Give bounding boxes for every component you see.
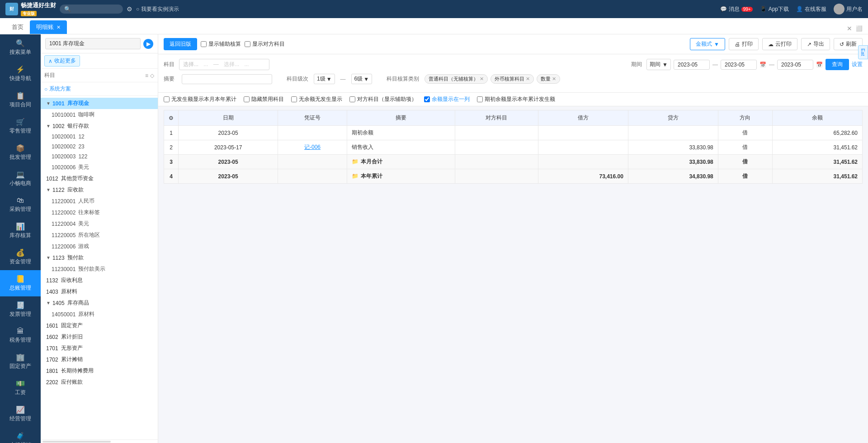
tree-item-11230001[interactable]: 11230001 预付款美示 — [41, 263, 158, 275]
tree-item-1132[interactable]: 1132 应收利息 — [41, 275, 158, 286]
cb-year-start-btn[interactable]: 期初余额显示本年累计发生额 — [477, 95, 555, 103]
tree-action-1[interactable]: ≡ — [145, 72, 148, 79]
gear-icon[interactable]: ⚙ — [127, 5, 132, 13]
nav-arrow-btn[interactable]: ▶ — [143, 39, 153, 49]
calendar-icon[interactable]: 📅 — [760, 62, 766, 68]
sidebar-item-ecommerce[interactable]: 💻 小畅电商 — [0, 166, 41, 192]
sidebar-item-ledger[interactable]: 📒 总账管理 — [0, 270, 41, 296]
tree-item-1601[interactable]: 1601 固定资产 — [41, 320, 158, 331]
tree-item-11220005[interactable]: 11220005 所在地区 — [41, 229, 158, 241]
cb-no-balance-input[interactable] — [291, 96, 297, 102]
window-maximize-btn[interactable]: ⬜ — [856, 25, 863, 32]
window-close-btn[interactable]: ✕ — [847, 25, 852, 32]
tree-item-14050001[interactable]: 14050001 原材料 — [41, 309, 158, 320]
level-to-select[interactable]: 6级 ▼ — [351, 74, 373, 84]
sidebar-item-finance[interactable]: 💰 资金管理 — [0, 244, 41, 270]
cb-balance-in-one-btn[interactable]: 余额显示在一列 — [424, 95, 470, 103]
tree-item-10020006[interactable]: 10020006 美元 — [41, 162, 158, 173]
tree-item-10020001[interactable]: 10020001 12 — [41, 132, 158, 142]
export-btn[interactable]: ↗ 导出 — [801, 38, 830, 50]
filter-tag-2-remove[interactable]: ✕ — [552, 76, 556, 82]
tree-item-1001[interactable]: ▼ 1001 库存现金 — [41, 98, 158, 109]
summary-filter-input[interactable] — [182, 74, 272, 84]
show-counterpart-input[interactable] — [245, 41, 250, 47]
left-panel-scrollbar[interactable] — [41, 439, 158, 443]
sidebar-item-retail[interactable]: 🛒 零售管理 — [0, 113, 41, 139]
message-btn[interactable]: 💬 消息 99+ — [720, 5, 753, 13]
sidebar-item-project[interactable]: 📋 项目合同 — [0, 87, 41, 113]
setting-btn[interactable]: 设置 — [852, 61, 863, 68]
search-input-wrapper[interactable]: 🔍 — [60, 5, 123, 14]
tree-item-1002[interactable]: ▼ 1002 银行存款 — [41, 120, 158, 132]
sidebar-item-invoice[interactable]: 🧾 发票管理 — [0, 296, 41, 323]
sidebar-item-salary[interactable]: 💵 工资 — [0, 375, 41, 401]
filter-tag-0-remove[interactable]: ✕ — [480, 76, 484, 82]
tree-item-10020002[interactable]: 10020002 23 — [41, 142, 158, 152]
period-to-input-2[interactable]: 2023-05 — [777, 60, 813, 70]
search-input[interactable] — [71, 6, 116, 12]
tree-item-11220006[interactable]: 11220006 游戏 — [41, 241, 158, 252]
tree-item-1405[interactable]: ▼ 1405 库存商品 — [41, 297, 158, 309]
cb-year-start-input[interactable] — [477, 96, 483, 102]
show-counterpart-check[interactable]: 显示对方科目 — [245, 40, 285, 48]
level-from-select[interactable]: 1级 ▼ — [314, 74, 335, 84]
return-old-version-btn[interactable]: 返回旧版 — [164, 38, 197, 50]
cb-hide-disabled-input[interactable] — [244, 96, 250, 102]
tree-item-1403[interactable]: 1403 原材料 — [41, 286, 158, 297]
row2-voucher[interactable]: 记-006 — [278, 140, 347, 155]
account-selector[interactable]: 1001 库存现金 — [45, 38, 141, 49]
cb-counterpart-btn[interactable]: 对方科目（显示辅助项） — [349, 95, 417, 103]
sidebar-item-quick[interactable]: ⚡ 快捷导航 — [0, 61, 41, 87]
amount-format-btn[interactable]: 金额式 ▼ — [690, 38, 725, 50]
filter-tag-1-remove[interactable]: ✕ — [526, 76, 530, 82]
tab-home[interactable]: 首页 — [5, 20, 30, 34]
sidebar-item-purchase[interactable]: 🛍 采购管理 — [0, 192, 41, 218]
online-service-btn[interactable]: 👤 在线客服 — [796, 5, 826, 13]
tree-action-2[interactable]: ◇ — [150, 72, 154, 79]
sidebar-item-search[interactable]: 🔍 搜索菜单 — [0, 34, 41, 61]
tree-item-11220002[interactable]: 11220002 往来标签 — [41, 207, 158, 218]
show-auxiliary-calc-check[interactable]: 显示辅助核算 — [201, 40, 241, 48]
user-area[interactable]: 用户名 — [834, 4, 863, 14]
query-btn[interactable]: 查询 — [826, 59, 849, 70]
calendar-icon-2[interactable]: 📅 — [816, 62, 823, 68]
demo-link[interactable]: ○ 我要看实例演示 — [136, 5, 179, 13]
cb-no-amount-input[interactable] — [164, 96, 170, 102]
tree-item-1123[interactable]: ▼ 1123 预付款 — [41, 252, 158, 263]
tab-ledger[interactable]: 明细账 ✕ — [30, 20, 67, 34]
sidebar-item-expense[interactable]: 🧳 小畅报销 — [0, 427, 41, 443]
expand-more-btn[interactable]: ∧ 收起更多 — [44, 55, 80, 67]
subject-filter-input[interactable]: 选择... ... — 选择... ... — [179, 59, 269, 70]
cb-no-amount-btn[interactable]: 无发生额显示本月本年累计 — [164, 95, 236, 103]
tree-item-1701[interactable]: 1701 无形资产 — [41, 343, 158, 354]
tree-item-1602[interactable]: 1602 累计折旧 — [41, 331, 158, 343]
tree-item-1801[interactable]: 1801 长期待摊费用 — [41, 365, 158, 376]
sidebar-item-operations[interactable]: 📈 经营管理 — [0, 401, 41, 427]
tree-item-10010001[interactable]: 10010001 咖啡啊 — [41, 109, 158, 120]
app-download-btn[interactable]: 📱 App下载 — [760, 5, 789, 13]
sidebar-item-wholesale[interactable]: 📦 批发管理 — [0, 139, 41, 166]
scheme-label-btn[interactable]: ○ 系统方案 — [44, 85, 154, 93]
cloud-print-btn[interactable]: ☁ 云打印 — [762, 38, 797, 50]
sidebar-item-tax[interactable]: 🏛 税务管理 — [0, 323, 41, 348]
tab-close-icon[interactable]: ✕ — [57, 24, 61, 30]
print-btn[interactable]: 🖨 打印 — [729, 38, 759, 50]
show-auxiliary-calc-input[interactable] — [201, 41, 207, 47]
tree-item-1122[interactable]: ▼ 1122 应收款 — [41, 184, 158, 195]
tree-item-10020003[interactable]: 10020003 122 — [41, 152, 158, 162]
tree-item-11220004[interactable]: 11220004 美元 — [41, 218, 158, 229]
cb-hide-disabled-btn[interactable]: 隐藏禁用科目 — [244, 95, 284, 103]
sidebar-item-assets[interactable]: 🏢 固定资产 — [0, 348, 41, 375]
eat-btn[interactable]: Eat — [858, 45, 868, 59]
cb-no-balance-btn[interactable]: 无余额无发生显示 — [291, 95, 342, 103]
cb-balance-in-one-input[interactable] — [424, 96, 430, 102]
sidebar-item-inventory[interactable]: 📊 库存核算 — [0, 218, 41, 244]
tree-item-11220001[interactable]: 11220001 人民币 — [41, 195, 158, 207]
tree-item-1012[interactable]: 1012 其他货币资金 — [41, 173, 158, 184]
tree-item-1702[interactable]: 1702 累计摊销 — [41, 354, 158, 365]
period-from-input[interactable]: 2023-05 — [674, 60, 710, 70]
tree-item-2202[interactable]: 2202 应付账款 — [41, 376, 158, 388]
period-to-input[interactable]: 2023-05 — [721, 60, 757, 70]
voucher-link-row2[interactable]: 记-006 — [304, 144, 321, 150]
cb-counterpart-input[interactable] — [349, 96, 355, 102]
